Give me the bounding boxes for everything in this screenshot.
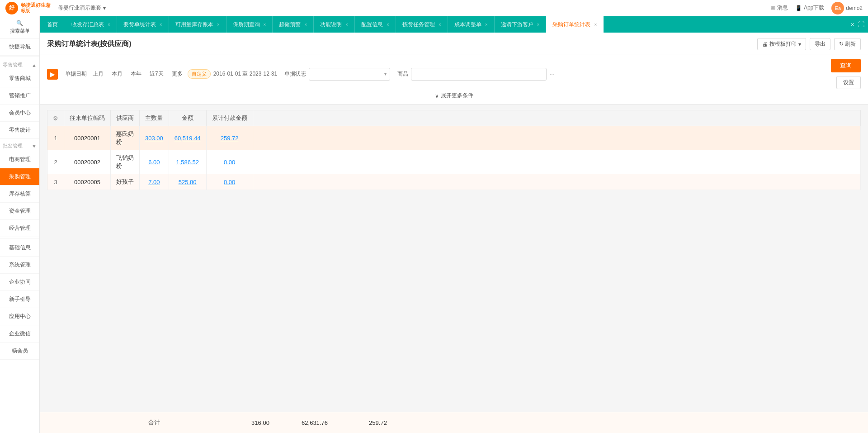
sidebar-search[interactable]: 🔍 搜索菜单 xyxy=(0,16,39,38)
tab-purchase-order-stat[interactable]: 采购订单统计表 × xyxy=(546,16,604,33)
tab-function-desc[interactable]: 功能说明 × xyxy=(314,16,355,33)
refresh-button[interactable]: ↻ 刷新 xyxy=(834,38,861,50)
paid-amount-cell[interactable]: 0.00 xyxy=(206,150,253,174)
page-title: 采购订单统计表(按供应商) xyxy=(47,39,132,49)
date-filter-group: 单据日期 上月 本月 本年 近7天 更多 自定义 2016-01-01 至 xyxy=(65,69,277,79)
logo-area: 好 畅捷通好生意 标版 xyxy=(5,2,51,14)
date-btn-7days[interactable]: 近7天 xyxy=(146,69,167,79)
sidebar-item-retail-shop[interactable]: 零售商城 xyxy=(0,70,39,87)
close-icon[interactable]: × xyxy=(264,22,266,27)
date-custom-badge[interactable]: 自定义 xyxy=(188,69,211,79)
sidebar-item-inventory[interactable]: 库存核算 xyxy=(0,186,39,203)
workspace-selector[interactable]: 母婴行业演示账套 ▾ xyxy=(54,4,109,12)
table-row: 1 00020001 惠氏奶粉 303.00 60,519.44 259.72 xyxy=(47,126,861,150)
sidebar-item-operation[interactable]: 经营管理 xyxy=(0,220,39,237)
goods-more-icon[interactable]: ··· xyxy=(549,71,555,78)
main-layout: 🔍 搜索菜单 快捷导航 零售管理 ▲ 零售商城 营销推广 会员中心 零售统计 批… xyxy=(0,16,868,433)
tab-cost-adjust[interactable]: 成本调整单 × xyxy=(448,16,495,33)
maximize-icon[interactable]: ⛶ xyxy=(858,21,864,28)
filter-toggle-button[interactable]: ▶ xyxy=(47,69,58,80)
close-icon[interactable]: × xyxy=(387,22,389,27)
tab-pick-task[interactable]: 拣货任务管理 × xyxy=(396,16,448,33)
sidebar-item-retail-mgmt[interactable]: 零售管理 ▲ xyxy=(0,58,39,70)
sidebar-item-purchase[interactable]: 采购管理 xyxy=(0,168,39,186)
export-button[interactable]: 导出 xyxy=(810,38,830,50)
close-icon[interactable]: × xyxy=(108,22,110,27)
message-action[interactable]: ✉ 消息 xyxy=(771,4,788,12)
filter-row: ▶ 单据日期 上月 本月 本年 近7天 更多 自定义 20 xyxy=(47,59,861,89)
close-icon[interactable]: × xyxy=(537,22,540,27)
tab-config-info[interactable]: 配置信息 × xyxy=(355,16,396,33)
tab-overstock-warning[interactable]: 超储预警 × xyxy=(273,16,314,33)
amount-cell[interactable]: 525.80 xyxy=(169,174,206,190)
quantity-cell[interactable]: 303.00 xyxy=(140,126,169,150)
column-settings-icon[interactable]: ⚙ xyxy=(53,115,58,122)
close-icon[interactable]: × xyxy=(217,22,220,27)
tab-available-stock[interactable]: 可用量库存账本 × xyxy=(169,16,226,33)
quantity-cell[interactable]: 7.00 xyxy=(140,174,169,190)
row-num-cell: 3 xyxy=(47,174,64,190)
paid-amount-cell[interactable]: 0.00 xyxy=(206,174,253,190)
col-header-paid-amount: 累计付款金额 xyxy=(206,110,253,126)
date-range-text: 2016-01-01 至 2023-12-31 xyxy=(213,70,277,78)
date-btn-last-month[interactable]: 上月 xyxy=(90,69,107,79)
close-icon[interactable]: × xyxy=(345,22,348,27)
user-action[interactable]: Ea demo2 xyxy=(831,2,863,14)
sidebar-item-member[interactable]: 会员中心 xyxy=(0,105,39,122)
sidebar-item-marketing[interactable]: 营销推广 xyxy=(0,87,39,105)
status-select-wrapper xyxy=(309,68,390,81)
date-btn-this-month[interactable]: 本月 xyxy=(108,69,126,79)
tab-expiry-query[interactable]: 保质期查询 × xyxy=(226,16,273,33)
close-icon[interactable]: × xyxy=(304,22,307,27)
extra-cell xyxy=(253,126,860,150)
sidebar-item-retail-stat[interactable]: 零售统计 xyxy=(0,122,39,139)
sidebar-item-wechat[interactable]: 企业微信 xyxy=(0,325,39,343)
close-icon[interactable]: × xyxy=(594,22,597,27)
sidebar-item-system[interactable]: 系统管理 xyxy=(0,257,39,274)
page-header: 采购订单统计表(按供应商) 🖨 按模板打印 ▾ 导出 ↻ 刷新 xyxy=(40,33,868,54)
col-header-unit-code: 往来单位编码 xyxy=(64,110,111,126)
sidebar-item-newbie[interactable]: 新手引导 xyxy=(0,291,39,308)
amount-cell[interactable]: 1,586.52 xyxy=(169,150,206,174)
sidebar-item-finance[interactable]: 资金管理 xyxy=(0,203,39,220)
extra-cell xyxy=(253,150,860,174)
extra-cell xyxy=(253,174,860,190)
page-header-actions: 🖨 按模板打印 ▾ 导出 ↻ 刷新 xyxy=(757,38,861,50)
date-btn-this-year[interactable]: 本年 xyxy=(127,69,145,79)
template-print-button[interactable]: 🖨 按模板打印 ▾ xyxy=(757,38,806,50)
date-btn-more[interactable]: 更多 xyxy=(169,69,186,79)
close-icon[interactable]: × xyxy=(439,22,441,27)
close-icon[interactable]: × xyxy=(160,22,162,27)
date-filter-label: 单据日期 xyxy=(65,70,87,78)
tab-stock-summary[interactable]: 收发存汇总表 × xyxy=(65,16,117,33)
expand-more-button[interactable]: ∨ 展开更多条件 xyxy=(435,92,473,100)
supplier-cell: 好孩子 xyxy=(111,174,140,190)
col-header-extra xyxy=(253,110,860,126)
app-download-action[interactable]: 📱 App下载 xyxy=(795,4,824,12)
top-bar-left: 好 畅捷通好生意 标版 母婴行业演示账套 ▾ xyxy=(5,2,109,14)
sidebar-item-ecommerce[interactable]: 电商管理 xyxy=(0,151,39,168)
sidebar-item-wholesale[interactable]: 批发管理 ▼ xyxy=(0,139,39,151)
sidebar-item-member2[interactable]: 畅会员 xyxy=(0,343,39,360)
sidebar-item-basic[interactable]: 基础信息 xyxy=(0,239,39,257)
paid-amount-cell[interactable]: 259.72 xyxy=(206,126,253,150)
amount-cell[interactable]: 60,519.44 xyxy=(169,126,206,150)
sidebar-item-app-center[interactable]: 应用中心 xyxy=(0,308,39,325)
goods-input[interactable] xyxy=(411,68,547,81)
search-icon: 🔍 xyxy=(16,20,23,26)
status-select[interactable] xyxy=(309,68,390,81)
query-button[interactable]: 查询 xyxy=(831,59,861,72)
quantity-cell[interactable]: 6.00 xyxy=(140,150,169,174)
refresh-icon: ↻ xyxy=(839,41,844,47)
filter-area: ▶ 单据日期 上月 本月 本年 近7天 更多 自定义 20 xyxy=(40,54,868,105)
summary-bar: 合计 316.00 62,631.76 259.72 xyxy=(40,412,868,433)
close-tab-icon[interactable]: × xyxy=(851,21,854,28)
settings-button[interactable]: 设置 xyxy=(836,76,861,89)
sidebar-item-collab[interactable]: 企业协同 xyxy=(0,274,39,291)
tab-invite-downstream[interactable]: 邀请下游客户 × xyxy=(495,16,547,33)
tab-order-summary[interactable]: 要货单统计表 × xyxy=(117,16,169,33)
tab-home[interactable]: 首页 xyxy=(40,16,65,33)
dropdown-icon: ▾ xyxy=(798,41,801,48)
close-icon[interactable]: × xyxy=(485,22,488,27)
sidebar-quick-nav[interactable]: 快捷导航 xyxy=(0,38,39,56)
